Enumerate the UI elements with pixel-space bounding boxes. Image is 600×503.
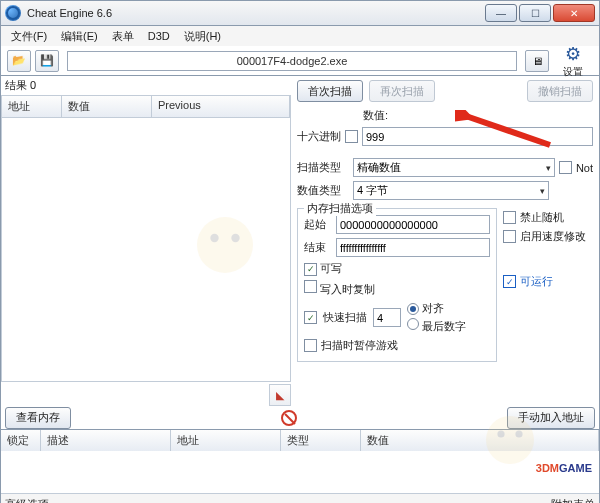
alignment-input[interactable] — [373, 308, 401, 327]
menu-bar: 文件(F) 编辑(E) 表单 D3D 说明(H) — [0, 26, 600, 46]
minimize-button[interactable]: — — [485, 4, 517, 22]
last-digit-radio[interactable] — [407, 318, 419, 330]
runnable-label: 可运行 — [520, 274, 553, 289]
pause-checkbox[interactable] — [304, 339, 317, 352]
view-memory-button[interactable]: 查看内存 — [5, 407, 71, 429]
align-label: 对齐 — [422, 302, 444, 314]
fastscan-label: 快速扫描 — [323, 310, 367, 325]
no-random-label: 禁止随机 — [520, 210, 564, 225]
window-title: Cheat Engine 6.6 — [27, 7, 485, 19]
pause-label: 扫描时暂停游戏 — [321, 338, 398, 353]
save-button[interactable]: 💾 — [35, 50, 59, 72]
hex-checkbox[interactable] — [345, 130, 358, 143]
cow-label: 写入时复制 — [320, 283, 375, 295]
toolbar: 📂 💾 000017F4-dodge2.exe 🖥 ⚙ 设置 — [0, 46, 600, 76]
not-label: Not — [576, 162, 593, 174]
not-checkbox[interactable] — [559, 161, 572, 174]
svg-point-5 — [497, 430, 504, 437]
writable-label: 可写 — [320, 262, 342, 274]
fastscan-checkbox[interactable] — [304, 311, 317, 324]
scan-type-label: 扫描类型 — [297, 160, 349, 175]
mascot-icon — [480, 410, 540, 470]
start-label: 起始 — [304, 217, 332, 232]
svg-point-3 — [231, 234, 239, 242]
value-type-label: 数值类型 — [297, 183, 349, 198]
runnable-checkbox[interactable] — [503, 275, 516, 288]
results-count: 结果 0 — [1, 76, 291, 95]
menu-help[interactable]: 说明(H) — [178, 27, 227, 46]
maximize-button[interactable]: ☐ — [519, 4, 551, 22]
speedhack-icon-button[interactable]: ◣ — [269, 384, 291, 406]
writable-checkbox[interactable] — [304, 263, 317, 276]
scan-panel: 首次扫描 再次扫描 撤销扫描 数值: 十六进制 扫描类型 精确数值 Not 数值… — [291, 76, 599, 406]
col-addr2[interactable]: 地址 — [171, 430, 281, 451]
forbidden-icon — [281, 410, 297, 426]
memory-scan-title: 内存扫描选项 — [304, 201, 376, 216]
col-previous[interactable]: Previous — [152, 96, 290, 117]
svg-point-1 — [197, 217, 253, 273]
pointer-icon: ◣ — [276, 389, 284, 402]
value-label: 数值: — [363, 108, 388, 123]
col-value[interactable]: 数值 — [62, 96, 152, 117]
col-active[interactable]: 锁定 — [1, 430, 41, 451]
next-scan-button: 再次扫描 — [369, 80, 435, 102]
last-digit-label: 最后数字 — [422, 320, 466, 332]
menu-edit[interactable]: 编辑(E) — [55, 27, 104, 46]
first-scan-button[interactable]: 首次扫描 — [297, 80, 363, 102]
settings-icon[interactable]: ⚙ — [565, 43, 581, 65]
table-extras[interactable]: 附加表单 — [551, 497, 595, 503]
menu-table[interactable]: 表单 — [106, 27, 140, 46]
app-icon — [5, 5, 21, 21]
main-content: 结果 0 地址 数值 Previous ◣ 首次扫描 再次扫描 撤销扫描 数值:… — [0, 76, 600, 406]
stop-input[interactable] — [336, 238, 490, 257]
open-file-button[interactable]: 📂 — [7, 50, 31, 72]
col-address[interactable]: 地址 — [2, 96, 62, 117]
value-input[interactable] — [362, 127, 593, 146]
folder-icon: 📂 — [12, 54, 26, 67]
disk-icon: 💾 — [40, 54, 54, 67]
cow-checkbox[interactable] — [304, 280, 317, 293]
advanced-options[interactable]: 高级选项 — [5, 497, 49, 503]
start-input[interactable] — [336, 215, 490, 234]
memory-scan-group: 内存扫描选项 起始 结束 可写 写入时复制 快速扫描 — [297, 208, 497, 362]
close-button[interactable]: ✕ — [553, 4, 595, 22]
no-random-checkbox[interactable] — [503, 211, 516, 224]
col-type[interactable]: 类型 — [281, 430, 361, 451]
title-bar: Cheat Engine 6.6 — ☐ ✕ — [0, 0, 600, 26]
svg-point-6 — [515, 430, 522, 437]
scan-type-dropdown[interactable]: 精确数值 — [353, 158, 555, 177]
value-type-dropdown[interactable]: 4 字节 — [353, 181, 549, 200]
open-process-button[interactable]: 🖥 — [525, 50, 549, 72]
menu-file[interactable]: 文件(F) — [5, 27, 53, 46]
svg-point-2 — [210, 234, 218, 242]
col-desc[interactable]: 描述 — [41, 430, 171, 451]
computer-icon: 🖥 — [532, 55, 543, 67]
stop-label: 结束 — [304, 240, 332, 255]
mascot-icon — [190, 210, 260, 280]
speedmod-label: 启用速度修改 — [520, 229, 586, 244]
side-options: 禁止随机 启用速度修改 可运行 — [503, 204, 593, 362]
hex-label: 十六进制 — [297, 129, 341, 144]
watermark: 3DMGAME — [536, 456, 592, 477]
align-radio[interactable] — [407, 303, 419, 315]
results-header: 地址 数值 Previous — [1, 95, 291, 118]
svg-point-4 — [486, 416, 534, 464]
process-name: 000017F4-dodge2.exe — [237, 55, 348, 67]
menu-d3d[interactable]: D3D — [142, 28, 176, 44]
speedmod-checkbox[interactable] — [503, 230, 516, 243]
undo-scan-button: 撤销扫描 — [527, 80, 593, 102]
process-selector[interactable]: 000017F4-dodge2.exe — [67, 51, 517, 71]
